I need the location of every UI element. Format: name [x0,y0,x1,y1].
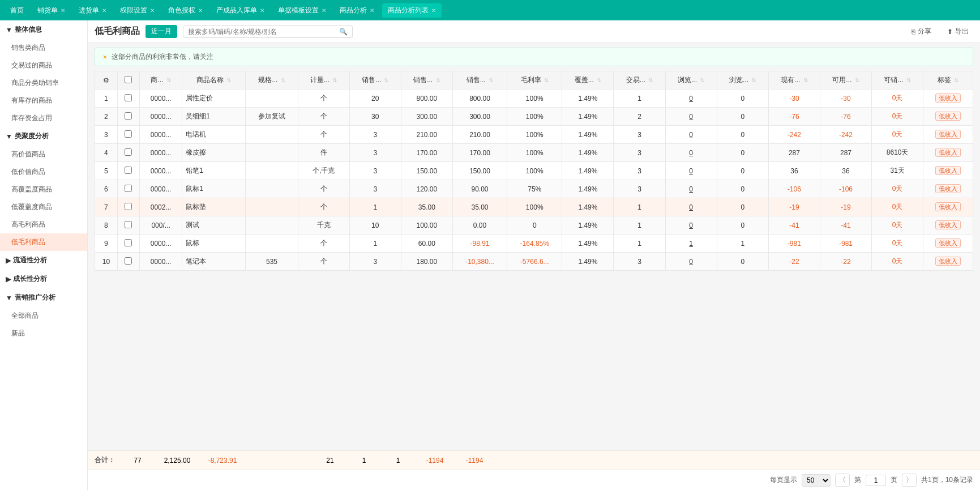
cell-checkbox[interactable] [117,144,139,162]
per-page-select[interactable]: 50 100 200 [802,474,831,487]
cell-view1[interactable]: 0 [665,90,717,108]
row-checkbox[interactable] [125,257,132,265]
col-view2[interactable]: 浏览... ⇅ [717,71,768,90]
sidebar-item-low-margin[interactable]: 低毛利商品 [0,233,87,251]
cell-view1[interactable]: 1 [665,235,717,253]
sidebar-item-low-value[interactable]: 低价值商品 [0,163,87,181]
sidebar-item-high-margin[interactable]: 高毛利商品 [0,216,87,233]
row-checkbox[interactable] [125,203,132,210]
cell-checkbox[interactable] [117,235,139,253]
col-available[interactable]: 可用... ⇅ [820,71,871,90]
row-checkbox[interactable] [125,94,132,101]
sidebar-item-stocked-goods[interactable]: 有库存的商品 [0,92,87,109]
cell-unit: 个 [298,235,349,253]
cell-view1[interactable]: 0 [665,108,717,126]
cell-checkbox[interactable] [117,108,139,126]
cell-available: -19 [820,198,871,216]
nav-templates-close[interactable]: ✕ [322,7,326,14]
cell-view1[interactable]: 0 [665,180,717,198]
nav-analysis-list[interactable]: 商品分析列表 ✕ [382,3,442,18]
sidebar-item-new-goods[interactable]: 新品 [0,325,87,342]
period-button[interactable]: 近一月 [145,25,177,38]
tag-label: 低收入 [935,166,961,175]
row-checkbox[interactable] [125,221,132,228]
cell-unit: 个 [298,90,349,108]
cell-view1[interactable]: 0 [665,216,717,235]
row-checkbox[interactable] [125,112,132,120]
cell-checkbox[interactable] [117,90,139,108]
cell-view1[interactable]: 0 [665,126,717,144]
prev-page-button[interactable]: 〈 [835,474,850,487]
row-checkbox[interactable] [125,239,132,246]
col-sales-profit[interactable]: 销售... ⇅ [452,71,507,90]
cell-view1[interactable]: 0 [665,253,717,271]
cell-view1[interactable]: 0 [665,198,717,216]
nav-templates[interactable]: 单据模板设置 ✕ [272,3,332,18]
select-all-checkbox[interactable] [125,76,132,83]
nav-products[interactable]: 产成品入库单 ✕ [211,3,270,18]
nav-permissions[interactable]: 权限设置 ✕ [114,3,160,18]
sidebar-item-all-goods[interactable]: 全部商品 [0,307,87,325]
col-sales-amount[interactable]: 销售... ⇅ [401,71,452,90]
nav-roles[interactable]: 角色授权 ✕ [162,3,208,18]
nav-permissions-close[interactable]: ✕ [150,7,155,14]
cell-checkbox[interactable] [117,198,139,216]
row-checkbox[interactable] [125,167,132,174]
col-current-stock[interactable]: 现有... ⇅ [768,71,820,90]
col-trade[interactable]: 交易... ⇅ [614,71,665,90]
col-checkbox[interactable] [117,71,139,90]
cell-trade: 1 [614,90,665,108]
cell-checkbox[interactable] [117,216,139,235]
cell-checkbox[interactable] [117,180,139,198]
nav-analysis[interactable]: 商品分析 ✕ [334,3,380,18]
sidebar-item-category-sales[interactable]: 商品分类助销率 [0,74,87,92]
cell-checkbox[interactable] [117,126,139,144]
cell-checkbox[interactable] [117,253,139,271]
footer-view1: 1 [347,457,381,465]
nav-purchase[interactable]: 进货单 ✕ [73,3,112,18]
search-icon[interactable]: 🔍 [339,28,348,36]
sidebar-item-high-coverage[interactable]: 高覆盖度商品 [0,181,87,198]
col-unit[interactable]: 计量... ⇅ [298,71,349,90]
nav-analysis-list-close[interactable]: ✕ [431,7,436,14]
col-setting[interactable]: ⚙ [95,71,118,90]
sidebar-item-low-coverage[interactable]: 低覆盖度商品 [0,198,87,216]
row-checkbox[interactable] [125,130,132,138]
cell-view1[interactable]: 0 [665,144,717,162]
nav-sales-close[interactable]: ✕ [61,7,65,14]
nav-analysis-close[interactable]: ✕ [370,7,374,14]
page-num-input[interactable] [866,475,886,486]
cell-checkbox[interactable] [117,162,139,180]
sidebar-section-growth[interactable]: ▶ 成长性分析 [0,270,87,288]
sidebar-section-flow[interactable]: ▶ 流通性分析 [0,251,87,270]
next-page-button[interactable]: 〉 [902,474,917,487]
sidebar-item-high-value[interactable]: 高价值商品 [0,146,87,163]
col-spec[interactable]: 规格... ⇅ [246,71,298,90]
col-coverage[interactable]: 覆盖... ⇅ [562,71,614,90]
col-code[interactable]: 商... ⇅ [140,71,182,90]
nav-products-close[interactable]: ✕ [260,7,264,14]
share-button[interactable]: ⎘ 分享 [907,25,936,38]
col-sales-count[interactable]: 销售... ⇅ [349,71,401,90]
sidebar-item-sales-goods[interactable]: 销售类商品 [0,39,87,57]
sidebar-item-stock-capital[interactable]: 库存资金占用 [0,109,87,127]
col-name[interactable]: 商品名称 ⇅ [182,71,246,90]
col-tag[interactable]: 标签 ⇅ [923,71,973,90]
sidebar-section-overall[interactable]: ▼ 整体信息 [0,20,87,39]
sidebar-section-cluster[interactable]: ▼ 类聚度分析 [0,127,87,146]
nav-sales[interactable]: 销货单 ✕ [32,3,71,18]
col-view1[interactable]: 浏览... ⇅ [665,71,717,90]
sidebar-section-marketing[interactable]: ▼ 营销推广分析 [0,288,87,307]
nav-home[interactable]: 首页 [5,3,29,18]
row-checkbox[interactable] [125,185,132,192]
export-button[interactable]: ⬆ 导出 [943,25,973,38]
nav-purchase-close[interactable]: ✕ [102,7,106,14]
row-checkbox[interactable] [125,148,132,156]
col-saleable[interactable]: 可销... ⇅ [872,71,923,90]
nav-roles-close[interactable]: ✕ [198,7,203,14]
cell-view1[interactable]: 0 [665,162,717,180]
cell-coverage: 1.49% [562,90,614,108]
col-gross-margin[interactable]: 毛利率 ⇅ [507,71,562,90]
sidebar-item-traded-goods[interactable]: 交易过的商品 [0,57,87,74]
search-input[interactable] [188,28,336,36]
